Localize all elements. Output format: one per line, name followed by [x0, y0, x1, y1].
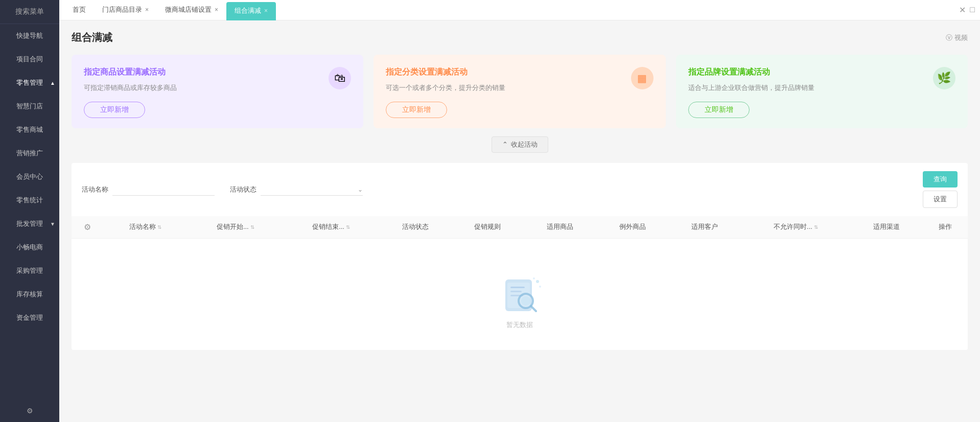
empty-state: 暂无数据 [72, 239, 968, 350]
sidebar: 搜索菜单 快捷导航 项目合同 零售管理 ▲ 智慧门店 零售商城 营销推广 会员中… [0, 0, 59, 422]
gear-icon: ⚙ [84, 223, 91, 231]
card-desc-category: 可选一个或者多个分类，提升分类的销量 [386, 83, 653, 93]
svg-point-8 [536, 280, 539, 283]
card-title-category: 指定分类设置满减活动 [386, 67, 653, 78]
tab-home[interactable]: 首页 [64, 0, 94, 20]
svg-point-9 [539, 286, 541, 288]
card-icon-category: ▦ [631, 67, 654, 89]
add-category-discount-button[interactable]: 立即新增 [386, 102, 447, 118]
col-gear[interactable]: ⚙ [72, 216, 104, 239]
col-promo-rule: 促销规则 [451, 216, 524, 239]
empty-illustration [494, 269, 545, 320]
chevron-down-icon: ▼ [50, 221, 55, 227]
collapse-activities-button[interactable]: ⌃ 收起活动 [492, 136, 548, 153]
sort-icon: ⇅ [250, 224, 254, 230]
main-area: 首页 门店商品目录 × 微商城店铺设置 × 组合满减 × ✕ □ 组合满减 ⓥ … [59, 0, 980, 422]
activity-card-brand: 🌿 指定品牌设置满减活动 适合与上游企业联合做营销，提升品牌销量 立即新增 [676, 55, 968, 128]
sidebar-item-quick-nav[interactable]: 快捷导航 [0, 24, 59, 48]
tab-close-combo-discount[interactable]: × [264, 7, 268, 14]
sidebar-search[interactable]: 搜索菜单 [0, 0, 59, 24]
setting-button[interactable]: 设置 [923, 191, 958, 208]
page-header: 组合满减 ⓥ 视频 [72, 31, 968, 44]
sort-icon: ⇅ [157, 224, 161, 230]
sidebar-item-marketing[interactable]: 营销推广 [0, 142, 59, 165]
col-applicable-goods: 适用商品 [524, 216, 596, 239]
tab-store-catalog[interactable]: 门店商品目录 × [94, 0, 157, 20]
sidebar-item-inventory[interactable]: 库存核算 [0, 283, 59, 306]
card-icon-brand: 🌿 [933, 67, 955, 89]
window-controls: ✕ □ [959, 5, 975, 15]
sidebar-item-retail-mgmt[interactable]: 零售管理 ▲ [0, 71, 59, 95]
sidebar-item-capital-mgmt[interactable]: 资金管理 [0, 306, 59, 330]
query-button[interactable]: 查询 [923, 171, 958, 187]
sidebar-item-wholesale-mgmt[interactable]: 批发管理 ▼ [0, 212, 59, 236]
svg-point-10 [533, 277, 535, 279]
sidebar-item-purchase-mgmt[interactable]: 采购管理 [0, 259, 59, 283]
add-product-discount-button[interactable]: 立即新增 [84, 102, 145, 118]
col-promo-end[interactable]: 促销结束... ⇅ [283, 216, 379, 239]
sort-icon: ⇅ [346, 224, 350, 230]
video-btn[interactable]: ⓥ 视频 [946, 33, 968, 42]
sidebar-settings-btn[interactable]: ⚙ [0, 400, 59, 422]
activity-card-product: 🛍 指定商品设置满减活动 可指定滞销商品或库存较多商品 立即新增 [72, 55, 363, 128]
maximize-icon[interactable]: □ [970, 5, 975, 15]
card-desc-brand: 适合与上游企业联合做营销，提升品牌销量 [688, 83, 955, 93]
sidebar-item-project-contract[interactable]: 项目合同 [0, 48, 59, 71]
activity-cards: 🛍 指定商品设置满减活动 可指定滞销商品或库存较多商品 立即新增 ▦ 指定分类设… [72, 55, 968, 128]
tab-combo-discount[interactable]: 组合满减 × [226, 2, 276, 20]
sidebar-item-member-center[interactable]: 会员中心 [0, 165, 59, 189]
page-content: 组合满减 ⓥ 视频 🛍 指定商品设置满减活动 可指定滞销商品或库存较多商品 立即… [59, 20, 980, 422]
card-desc-product: 可指定滞销商品或库存较多商品 [84, 83, 351, 93]
tab-bar: 首页 门店商品目录 × 微商城店铺设置 × 组合满减 × ✕ □ [59, 0, 980, 20]
chevron-up-icon: ▲ [50, 80, 55, 86]
tab-close-wechat-store[interactable]: × [215, 6, 218, 13]
card-title-brand: 指定品牌设置满减活动 [688, 67, 955, 78]
filter-activity-status: 活动状态 ⌄ [230, 183, 363, 196]
close-icon[interactable]: ✕ [959, 5, 966, 15]
collapse-bar: ⌃ 收起活动 [72, 136, 968, 153]
sidebar-item-retail-stats[interactable]: 零售统计 [0, 189, 59, 212]
tab-close-store-catalog[interactable]: × [145, 6, 149, 13]
sidebar-item-xiaochang[interactable]: 小畅电商 [0, 236, 59, 259]
activity-name-input[interactable] [112, 183, 215, 196]
table-container: ⚙ 活动名称 ⇅ 促销开始... ⇅ [72, 216, 968, 350]
activities-table: ⚙ 活动名称 ⇅ 促销开始... ⇅ [72, 216, 968, 350]
card-title-product: 指定商品设置满减活动 [84, 67, 351, 78]
card-icon-product: 🛍 [329, 67, 351, 89]
page-title: 组合满减 [72, 31, 112, 44]
col-no-concurrent[interactable]: 不允许同时... ⇅ [741, 216, 850, 239]
tab-wechat-store[interactable]: 微商城店铺设置 × [157, 0, 226, 20]
play-circle-icon: ⓥ [946, 33, 952, 42]
activity-status-label: 活动状态 [230, 185, 256, 194]
gear-icon: ⚙ [27, 407, 33, 415]
chevron-up-icon: ⌃ [502, 140, 508, 148]
filter-activity-name: 活动名称 [82, 183, 215, 196]
col-activity-name[interactable]: 活动名称 ⇅ [104, 216, 188, 239]
activity-card-category: ▦ 指定分类设置满减活动 可选一个或者多个分类，提升分类的销量 立即新增 [374, 55, 665, 128]
sort-icon: ⇅ [814, 224, 818, 230]
svg-rect-3 [510, 291, 522, 292]
add-brand-discount-button[interactable]: 立即新增 [688, 102, 750, 118]
filter-row: 活动名称 活动状态 ⌄ 查询 设置 [72, 163, 968, 216]
svg-rect-2 [510, 287, 525, 288]
col-applicable-channel: 适用渠道 [851, 216, 923, 239]
svg-point-6 [521, 296, 530, 306]
col-exception-goods: 例外商品 [596, 216, 669, 239]
sidebar-item-retail-mall[interactable]: 零售商城 [0, 118, 59, 142]
filter-buttons: 查询 设置 [923, 171, 958, 208]
col-applicable-customer: 适用客户 [669, 216, 741, 239]
sidebar-item-smart-store[interactable]: 智慧门店 [0, 95, 59, 118]
col-activity-status: 活动状态 [379, 216, 452, 239]
empty-text: 暂无数据 [506, 320, 533, 330]
activity-name-label: 活动名称 [82, 185, 108, 194]
activity-status-input[interactable] [261, 183, 363, 196]
col-operation: 操作 [923, 216, 968, 239]
col-promo-start[interactable]: 促销开始... ⇅ [188, 216, 283, 239]
